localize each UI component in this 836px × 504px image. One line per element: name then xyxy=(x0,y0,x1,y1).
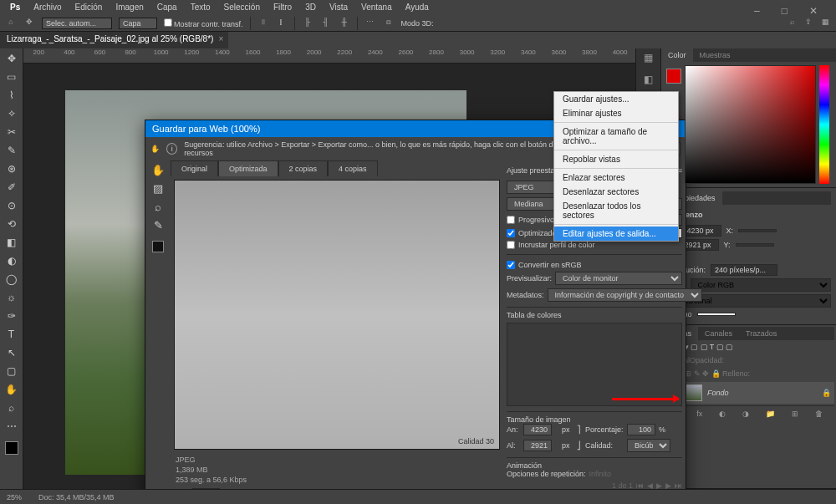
align-icon[interactable]: ⫴ xyxy=(257,18,269,29)
hand-tool-icon[interactable]: ✋ xyxy=(149,162,167,179)
srgb-checkbox[interactable] xyxy=(507,261,515,269)
home-icon[interactable]: ⌂ xyxy=(5,18,17,29)
mask-icon[interactable]: ◐ xyxy=(719,410,726,418)
auto-select-dropdown[interactable]: Selec. autom... xyxy=(42,18,112,29)
type-tool-icon[interactable]: T xyxy=(3,326,21,343)
history-tool-icon[interactable]: ⟲ xyxy=(3,216,21,232)
search-icon[interactable]: ⌕ xyxy=(786,18,798,29)
fill-color[interactable] xyxy=(697,313,736,316)
menu-imagen[interactable]: Imagen xyxy=(109,0,150,15)
menu-archivo[interactable]: Archivo xyxy=(27,0,68,15)
lock-icon[interactable]: 🔒 xyxy=(822,389,831,397)
heal-tool-icon[interactable]: ⊛ xyxy=(3,160,21,177)
menu-edicion[interactable]: Edición xyxy=(69,0,110,15)
pen-tool-icon[interactable]: ✑ xyxy=(3,308,21,324)
strip-icon[interactable]: ◧ xyxy=(641,74,656,89)
window-minimize-icon[interactable]: – xyxy=(747,3,767,13)
tab-swatches[interactable]: Muestras xyxy=(693,48,737,62)
slice-tool-icon[interactable]: ▨ xyxy=(149,181,167,197)
menu-ayuda[interactable]: Ayuda xyxy=(399,0,436,15)
canvas-y[interactable] xyxy=(736,243,774,247)
brush-tool-icon[interactable]: ✐ xyxy=(3,179,21,196)
menu-filtro[interactable]: Filtro xyxy=(267,0,298,15)
color-picker[interactable] xyxy=(661,62,836,187)
preview-area[interactable]: Calidad 30 xyxy=(174,180,500,450)
tab-color[interactable]: Color xyxy=(661,48,693,62)
share-icon[interactable]: ⇪ xyxy=(803,18,814,29)
trash-icon[interactable]: 🗑 xyxy=(815,410,823,418)
resample-select[interactable]: Bicúbica xyxy=(627,439,670,452)
lasso-tool-icon[interactable]: ⌇ xyxy=(3,87,21,104)
document-tab[interactable]: Lizarraga_-_Saratsa_-_Paisaje_02.jpg al … xyxy=(0,32,228,48)
dodge-tool-icon[interactable]: ☼ xyxy=(3,289,21,306)
tab-paths[interactable]: Trazados xyxy=(739,327,783,340)
adj-icon[interactable]: ◑ xyxy=(742,410,749,418)
fg-color-swatch[interactable] xyxy=(666,69,681,84)
width-input[interactable]: 4230 xyxy=(523,424,552,435)
menu-optimize-size[interactable]: Optimizar a tamaño de archivo... xyxy=(554,125,678,148)
menu-repopulate[interactable]: Repoblar vistas xyxy=(554,152,678,166)
menu-ventana[interactable]: Ventana xyxy=(354,0,399,15)
window-close-icon[interactable]: ✕ xyxy=(803,3,824,13)
embed-profile-checkbox[interactable] xyxy=(507,241,515,249)
layer-row[interactable]: 👁 Fondo 🔒 xyxy=(663,382,834,404)
color-field[interactable] xyxy=(685,65,816,184)
tab-4copias[interactable]: 4 copias xyxy=(328,160,378,176)
folder-icon[interactable]: 📁 xyxy=(766,410,775,418)
new-icon[interactable]: ⊞ xyxy=(792,410,798,418)
tab-original[interactable]: Original xyxy=(171,160,218,176)
hue-slider[interactable] xyxy=(819,65,829,184)
dist3-icon[interactable]: ╫ xyxy=(339,18,350,29)
menu-vista[interactable]: Vista xyxy=(323,0,354,15)
menu-unlink-all[interactable]: Desenlazar todos los sectores xyxy=(554,199,678,222)
workspace-icon[interactable]: ▦ xyxy=(819,18,831,29)
eyedropper-icon[interactable]: ✎ xyxy=(149,217,167,234)
menu-texto[interactable]: Texto xyxy=(184,0,217,15)
tab-optimizada[interactable]: Optimizada xyxy=(218,160,278,176)
eyedropper-tool-icon[interactable]: ✎ xyxy=(3,142,21,159)
progressive-checkbox[interactable] xyxy=(507,216,515,224)
canvas-width[interactable]: 4230 px xyxy=(683,225,721,237)
color-swatch[interactable] xyxy=(5,441,18,455)
zoom-tool-icon[interactable]: ⌕ xyxy=(149,199,167,216)
strip-icon[interactable]: ▦ xyxy=(641,52,656,67)
menu-3d[interactable]: 3D xyxy=(298,0,323,15)
wand-tool-icon[interactable]: ✧ xyxy=(3,105,21,122)
metadata-select[interactable]: Información de copyright y de contacto xyxy=(548,288,702,302)
menu-seleccion[interactable]: Selección xyxy=(217,0,267,15)
blur-tool-icon[interactable]: ◯ xyxy=(3,271,21,288)
eraser-tool-icon[interactable]: ◧ xyxy=(3,234,21,251)
zoom-tool-icon[interactable]: ⌕ xyxy=(3,400,21,416)
menu-capa[interactable]: Capa xyxy=(150,0,184,15)
3d-icon[interactable]: ⧈ xyxy=(383,18,395,29)
path-tool-icon[interactable]: ↖ xyxy=(3,344,21,361)
menu-delete-settings[interactable]: Eliminar ajustes xyxy=(554,106,678,120)
optimized-checkbox[interactable] xyxy=(507,229,515,237)
resolution[interactable]: 240 píxeles/p... xyxy=(711,264,777,276)
show-transform-checkbox[interactable]: Mostrar contr. transf. xyxy=(164,18,243,28)
tab-2copias[interactable]: 2 copias xyxy=(278,160,329,176)
fx-icon[interactable]: fx xyxy=(696,410,702,418)
layer-select[interactable]: Capa xyxy=(119,18,157,29)
hand-tool-icon[interactable]: ✋ xyxy=(3,381,21,398)
window-maximize-icon[interactable]: □ xyxy=(775,3,794,13)
stamp-tool-icon[interactable]: ⊙ xyxy=(3,197,21,214)
tab-channels[interactable]: Canales xyxy=(698,327,739,340)
canvas-x[interactable] xyxy=(738,229,777,232)
shape-tool-icon[interactable]: ▢ xyxy=(3,363,21,379)
gradient-tool-icon[interactable]: ◐ xyxy=(3,252,21,269)
dist1-icon[interactable]: ╟ xyxy=(302,18,314,29)
percent-input[interactable]: 100 xyxy=(627,424,655,435)
align2-icon[interactable]: ⫿ xyxy=(276,18,288,29)
zoom-level[interactable]: 25% xyxy=(7,493,22,501)
menu-save-settings[interactable]: Guardar ajustes... xyxy=(554,92,678,106)
edit-toolbar-icon[interactable]: ⋯ xyxy=(3,418,21,435)
height-input[interactable]: 2921 xyxy=(523,440,552,451)
crop-tool-icon[interactable]: ✂ xyxy=(3,124,21,140)
menu-unlink-slices[interactable]: Desenlazar sectores xyxy=(554,185,678,199)
menu-edit-output[interactable]: Editar ajustes de salida... xyxy=(554,227,678,241)
mode-select[interactable]: Color RGB xyxy=(691,278,831,292)
preview-select[interactable]: Color de monitor xyxy=(555,272,682,285)
dist2-icon[interactable]: ╢ xyxy=(320,18,332,29)
more-icon[interactable]: ⋯ xyxy=(364,18,376,29)
